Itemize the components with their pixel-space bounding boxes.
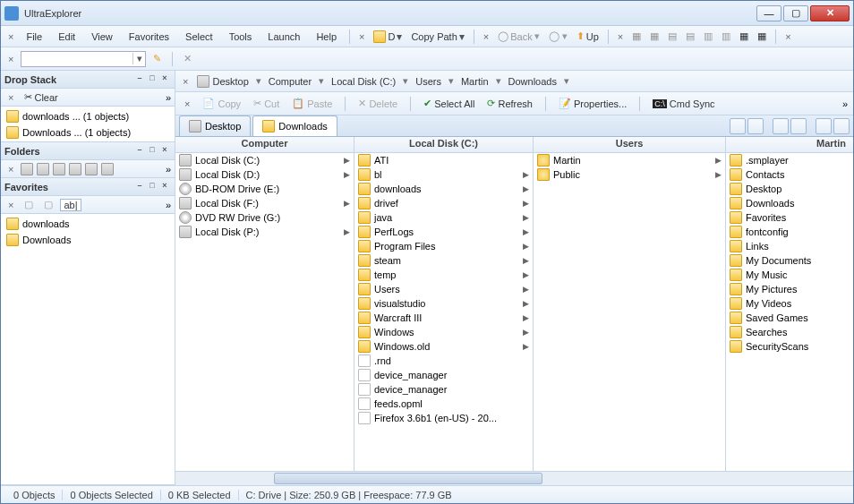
list-item[interactable]: Local Disk (P:)▶	[175, 225, 354, 239]
up-button[interactable]: ⬆ Up	[573, 29, 602, 44]
chevron-icon[interactable]: »	[166, 200, 171, 210]
list-item[interactable]: Windows.old▶	[354, 339, 533, 354]
drive-icon[interactable]	[69, 163, 81, 175]
view-button[interactable]	[790, 118, 807, 134]
list-item[interactable]: visualstudio▶	[354, 296, 533, 311]
crumb-sep[interactable]: ▾	[401, 75, 410, 87]
paste-button[interactable]: 📋 Paste	[288, 96, 336, 111]
crumb-sep[interactable]: ▾	[447, 75, 456, 87]
list-item[interactable]: device_manager	[354, 382, 533, 397]
list-item[interactable]: Public▶	[534, 167, 725, 182]
list-item[interactable]: PerfLogs▶	[354, 225, 533, 239]
clear-icon[interactable]: ✕	[180, 51, 195, 66]
toolbar-close-icon[interactable]: ×	[355, 31, 368, 42]
crumb-sep[interactable]: ▾	[494, 75, 503, 87]
list-item[interactable]: Local Disk (C:)▶	[175, 153, 354, 167]
drive-icon[interactable]	[101, 163, 114, 175]
view-button[interactable]	[816, 118, 832, 134]
list-item[interactable]: Links	[726, 239, 853, 253]
list-item[interactable]: BD-ROM Drive (E:)	[175, 182, 354, 196]
refresh-button[interactable]: ⟳ Refresh	[483, 96, 536, 111]
tab-downloads[interactable]: Downloads	[252, 115, 337, 136]
view-button[interactable]	[730, 118, 746, 134]
menu-edit[interactable]: Edit	[51, 29, 82, 45]
list-item[interactable]: temp▶	[354, 268, 533, 282]
crumb-sep[interactable]: ▾	[562, 75, 571, 87]
view-icon[interactable]: ▦	[628, 29, 645, 44]
list-item[interactable]: My Documents	[726, 253, 853, 268]
view-icon[interactable]: ▥	[700, 29, 716, 44]
list-item[interactable]: Favorites	[726, 210, 853, 225]
list-item[interactable]: Program Files▶	[354, 239, 533, 253]
drive-icon[interactable]	[85, 163, 98, 175]
toolbar-close-icon[interactable]: ×	[179, 76, 192, 87]
crumb-sep[interactable]: ▾	[317, 75, 326, 87]
menu-launch[interactable]: Launch	[260, 29, 307, 45]
list-item[interactable]: feeds.opml	[354, 397, 533, 411]
favorite-item[interactable]: Downloads	[3, 232, 173, 248]
close-button[interactable]: ✕	[810, 5, 850, 21]
panel-maximize-icon[interactable]: □	[146, 73, 158, 86]
drive-icon[interactable]	[53, 163, 65, 175]
list-item[interactable]: Desktop	[726, 182, 853, 196]
menu-view[interactable]: View	[84, 29, 120, 45]
crumb-computer[interactable]: Computer	[265, 74, 315, 89]
fav-button[interactable]: ▢	[40, 197, 56, 212]
toolbar-close-icon[interactable]: ×	[4, 164, 17, 175]
list-item[interactable]: bl▶	[354, 167, 533, 182]
panel-minimize-icon[interactable]: –	[133, 181, 146, 193]
tab-desktop[interactable]: Desktop	[179, 115, 251, 136]
copy-button[interactable]: 📄 Copy	[199, 96, 244, 111]
list-item[interactable]: DVD RW Drive (G:)	[175, 210, 354, 225]
address-combo[interactable]: ▾	[21, 51, 146, 67]
view-button[interactable]	[747, 118, 764, 134]
list-item[interactable]: Users▶	[354, 282, 533, 296]
menu-tools[interactable]: Tools	[222, 29, 260, 45]
list-item[interactable]: ATI	[354, 153, 533, 167]
favorite-item[interactable]: downloads	[3, 216, 173, 232]
toolbar-close-icon[interactable]: ×	[480, 31, 492, 42]
view-button[interactable]	[833, 118, 850, 134]
list-item[interactable]: Martin▶	[534, 153, 725, 167]
list-item[interactable]: My Videos	[726, 296, 853, 311]
dropstack-item[interactable]: Downloads ... (1 objects)	[3, 124, 173, 141]
list-item[interactable]: Windows▶	[354, 325, 533, 339]
list-item[interactable]: device_manager	[354, 368, 533, 382]
crumb-users[interactable]: Users	[412, 74, 445, 89]
toolbar-close-icon[interactable]: ×	[4, 200, 17, 210]
crumb-desktop[interactable]: Desktop	[193, 73, 252, 90]
chevron-icon[interactable]: »	[166, 92, 171, 103]
toolbar-close-icon[interactable]: ×	[4, 54, 17, 64]
list-item[interactable]: My Pictures	[726, 282, 853, 296]
menu-favorites[interactable]: Favorites	[122, 29, 176, 45]
list-item[interactable]: fontconfig	[726, 225, 853, 239]
menu-select[interactable]: Select	[178, 29, 220, 45]
delete-button[interactable]: ✕ Delete	[354, 96, 401, 111]
toolbar-close-icon[interactable]: ×	[781, 31, 794, 42]
panel-close-icon[interactable]: ×	[158, 73, 171, 86]
toolbar-close-icon[interactable]: ×	[181, 98, 193, 109]
panel-close-icon[interactable]: ×	[158, 181, 171, 193]
list-item[interactable]: Warcraft III▶	[354, 311, 533, 325]
list-item[interactable]: Firefox 3.6b1 (en-US) - 20...	[354, 411, 533, 425]
view-icon[interactable]: ▦	[736, 29, 752, 44]
maximize-button[interactable]: ▢	[783, 5, 808, 21]
toolbar-close-icon[interactable]: ×	[4, 92, 17, 103]
list-item[interactable]: Saved Games	[726, 311, 853, 325]
view-button[interactable]	[773, 118, 789, 134]
view-icon[interactable]: ▦	[646, 29, 662, 44]
crumb-downloads[interactable]: Downloads	[505, 74, 560, 89]
menu-help[interactable]: Help	[309, 29, 344, 45]
drive-icon[interactable]	[21, 163, 33, 175]
list-item[interactable]: .smplayer	[726, 153, 853, 167]
list-item[interactable]: .rnd	[354, 354, 533, 368]
toolbar-close-icon[interactable]: ×	[614, 31, 627, 42]
crumb-sep[interactable]: ▾	[254, 75, 263, 87]
cut-button[interactable]: ✂ Cut	[250, 96, 283, 111]
dropstack-item[interactable]: downloads ... (1 objects)	[3, 108, 173, 124]
list-item[interactable]: Contacts	[726, 167, 853, 182]
view-icon[interactable]: ▦	[754, 29, 770, 44]
drive-dropdown[interactable]: D ▾	[370, 29, 406, 45]
fav-rename-button[interactable]: ab|	[60, 199, 81, 211]
properties-button[interactable]: 📝 Properties...	[555, 96, 630, 111]
